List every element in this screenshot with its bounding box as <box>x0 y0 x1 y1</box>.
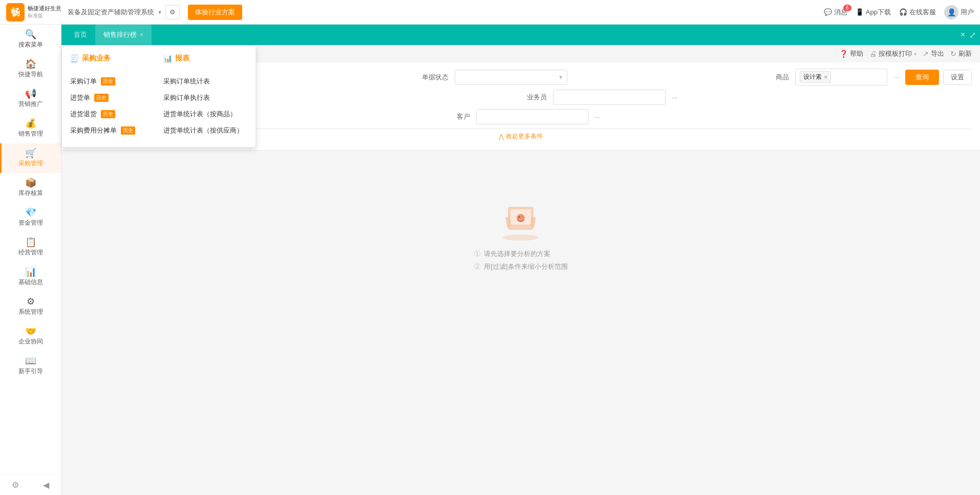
help-icon: ❓ <box>839 50 848 58</box>
sidebar-item-search[interactable]: 🔍 搜索菜单 <box>0 25 61 54</box>
user-button[interactable]: 👤 用户 <box>944 5 974 19</box>
filter-actions: 查询 设置 <box>905 70 972 85</box>
settings-bottom-button[interactable]: ⚙ <box>12 480 19 490</box>
status-label: 单据状态 <box>420 73 449 82</box>
svg-point-7 <box>521 216 523 218</box>
svg-point-0 <box>503 234 539 241</box>
menu-item-purchase-expense[interactable]: 采购费用分摊单 历史 <box>70 122 147 139</box>
goods-tag-close[interactable]: × <box>824 74 827 81</box>
app-download-button[interactable]: 📱 App下载 <box>856 8 891 17</box>
goods-label: 商品 <box>760 73 789 82</box>
sidebar-bottom: ⚙ ◀ <box>0 475 61 495</box>
sidebar-item-system[interactable]: ⚙ 系统管理 <box>0 292 61 321</box>
history-badge-4: 历史 <box>121 126 135 135</box>
customer-more-button[interactable]: ··· <box>595 113 601 121</box>
sidebar-item-purchase[interactable]: 🛒 采购管理 <box>0 143 61 173</box>
sidebar-item-sales[interactable]: 💰 销售管理 <box>0 114 61 143</box>
tab-home[interactable]: 首页 <box>66 25 95 45</box>
home-icon: 🏠 <box>25 59 36 69</box>
query-button[interactable]: 查询 <box>905 70 939 85</box>
history-badge-2: 历史 <box>94 94 109 102</box>
menu-item-purchase-order-stats[interactable]: 采购订单统计表 <box>163 73 243 90</box>
avatar: 👤 <box>944 5 958 19</box>
staff-label: 业务员 <box>518 93 547 102</box>
history-badge-3: 历史 <box>101 110 115 118</box>
tab-sales-rank[interactable]: 销售排行榜 × <box>95 25 152 45</box>
report-section-title: 📊 报表 <box>163 54 243 67</box>
goods-tag: 设计素 × <box>800 71 831 83</box>
empty-illustration <box>495 191 546 243</box>
sidebar-item-basic-info[interactable]: 📊 基础信息 <box>0 262 61 292</box>
settings-button[interactable]: 设置 <box>943 70 972 85</box>
report-section-icon: 📊 <box>163 54 172 62</box>
sidebar-item-finance[interactable]: 💎 资金管理 <box>0 203 61 232</box>
operations-icon: 📋 <box>25 238 36 247</box>
logo-text: 畅捷通好生意 标准版 <box>28 5 61 19</box>
industry-button[interactable]: 体验行业方案 <box>188 5 242 20</box>
maximize-window-button[interactable]: ⤢ <box>969 30 976 40</box>
marketing-icon: 📢 <box>25 89 36 98</box>
message-button[interactable]: 💬 消息 6 <box>824 8 847 17</box>
goods-more-button[interactable]: ··· <box>893 73 899 81</box>
guide-icon: 📖 <box>25 356 36 365</box>
empty-line-2: ② 用[过滤]条件来缩小分析范围 <box>474 262 567 271</box>
title-dropdown-arrow[interactable]: ▾ <box>158 9 161 16</box>
enterprise-icon: 🤝 <box>25 327 36 336</box>
customer-label: 客户 <box>441 112 470 121</box>
export-icon: ↗ <box>923 50 929 58</box>
status-select[interactable]: ▾ <box>455 70 567 85</box>
message-icon: 💬 <box>824 8 832 16</box>
refresh-button[interactable]: ↻ 刷新 <box>950 49 972 58</box>
collapse-sidebar-button[interactable]: ◀ <box>43 480 49 490</box>
staff-more-button[interactable]: ··· <box>672 94 677 101</box>
sidebar: 🔍 搜索菜单 🏠 快捷导航 📢 营销推广 💰 销售管理 🛒 采购管理 📦 库存核… <box>0 25 61 495</box>
sales-icon: 💰 <box>25 119 36 128</box>
menu-item-purchase-order[interactable]: 采购订单 历史 <box>70 73 147 90</box>
sidebar-item-quicknav[interactable]: 🏠 快捷导航 <box>0 54 61 84</box>
online-service-button[interactable]: 🎧 在线客服 <box>899 8 936 17</box>
sidebar-item-enterprise[interactable]: 🤝 企业协同 <box>0 321 61 351</box>
logo-icon: 畅 <box>6 3 25 21</box>
print-icon: 🖨 <box>869 50 877 58</box>
system-icon: ⚙ <box>27 297 35 306</box>
print-template-button[interactable]: 🖨 按模板打印 ▾ <box>869 49 917 58</box>
sidebar-item-inventory[interactable]: 📦 库存核算 <box>0 173 61 203</box>
collapse-icon: ⋀ <box>499 133 504 140</box>
print-dropdown-icon: ▾ <box>914 51 917 57</box>
svg-point-6 <box>518 216 520 218</box>
export-button[interactable]: ↗ 导出 <box>923 49 944 58</box>
tab-close-button[interactable]: × <box>140 31 143 38</box>
menu-item-purchase-order-exec[interactable]: 采购订单执行表 <box>163 90 243 106</box>
menu-item-goods-in[interactable]: 进货单 历史 <box>70 90 147 106</box>
purchase-dropdown-menu: 🧾 采购业务 采购订单 历史 进货单 历史 进货退货 历史 采购费用分摊单 历史… <box>61 45 256 147</box>
sidebar-item-marketing[interactable]: 📢 营销推广 <box>0 84 61 114</box>
sidebar-item-operations[interactable]: 📋 经营管理 <box>0 232 61 262</box>
menu-item-goods-return[interactable]: 进货退货 历史 <box>70 106 147 122</box>
status-dropdown-icon: ▾ <box>559 73 563 81</box>
refresh-icon: ↻ <box>950 50 956 58</box>
phone-icon: 📱 <box>856 8 864 16</box>
empty-dot-1: ① <box>474 249 481 259</box>
staff-select[interactable] <box>553 90 666 105</box>
menu-item-goods-in-stats-by-supplier[interactable]: 进货单统计表（按供应商） <box>163 122 243 139</box>
headset-icon: 🎧 <box>899 8 907 16</box>
basicinfo-icon: 📊 <box>25 267 36 276</box>
help-button[interactable]: ❓ 帮助 <box>839 49 863 58</box>
purchase-section-title: 🧾 采购业务 <box>70 54 147 67</box>
top-bar: 畅 畅捷通好生意 标准版 装备及固定资产辅助管理系统 ▾ ⚙ 体验行业方案 💬 … <box>0 0 980 25</box>
empty-state: ① 请先选择要分析的方案 ② 用[过滤]条件来缩小分析范围 <box>61 150 980 315</box>
purchase-section-icon: 🧾 <box>70 54 79 62</box>
gear-button[interactable]: ⚙ <box>165 5 180 19</box>
logo-area: 畅 畅捷通好生意 标准版 <box>6 3 68 21</box>
purchase-business-section: 🧾 采购业务 采购订单 历史 进货单 历史 进货退货 历史 采购费用分摊单 历史 <box>70 54 147 139</box>
close-window-button[interactable]: × <box>961 30 965 39</box>
sidebar-item-guide[interactable]: 📖 新手引导 <box>0 351 61 381</box>
tab-window-actions: × ⤢ <box>961 30 976 40</box>
report-section: 📊 报表 采购订单统计表 采购订单执行表 进货单统计表（按商品） 进货单统计表（… <box>163 54 243 139</box>
menu-item-goods-in-stats-by-goods[interactable]: 进货单统计表（按商品） <box>163 106 243 122</box>
finance-icon: 💎 <box>25 208 36 217</box>
goods-input-area[interactable]: 设计素 × <box>795 69 887 85</box>
system-title-area: 装备及固定资产辅助管理系统 ▾ ⚙ 体验行业方案 <box>68 5 824 20</box>
history-badge-1: 历史 <box>101 77 115 85</box>
customer-select[interactable] <box>476 109 589 124</box>
